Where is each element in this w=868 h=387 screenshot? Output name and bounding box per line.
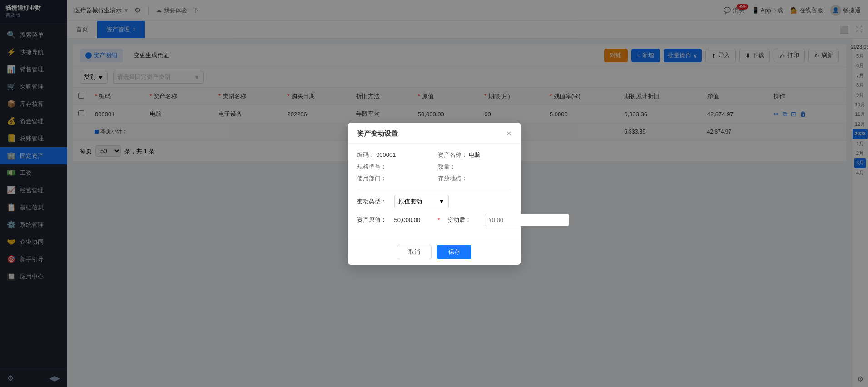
modal-quantity-item: 数量： [438, 163, 511, 171]
modal-code-value: 000001 [376, 151, 396, 158]
modal-change-type-row: 变动类型： 原值变动 ▼ [357, 195, 511, 208]
modal-change-type-select[interactable]: 原值变动 ▼ [394, 195, 449, 208]
modal-spec-label: 规格型号： [357, 163, 387, 170]
save-label: 保存 [448, 248, 460, 255]
modal-name-value: 电脑 [469, 151, 481, 158]
modal-storage-label: 存放地点： [438, 175, 467, 182]
modal-change-type-value: 原值变动 [398, 198, 422, 206]
modal-original-value-label: 资产原值： [357, 216, 389, 224]
required-mark: * [438, 217, 440, 223]
modal-body: 编码： 000001 资产名称： 电脑 规格型号： 数量： 使用部门： [348, 144, 521, 239]
modal-save-button[interactable]: 保存 [437, 245, 471, 259]
modal-select-arrow-icon: ▼ [439, 198, 445, 205]
modal-original-value-row: 资产原值： 50,000.00 * 变动后： [357, 214, 511, 226]
cancel-label: 取消 [408, 248, 420, 255]
modal-department-item: 使用部门： [357, 174, 431, 183]
modal-cancel-button[interactable]: 取消 [397, 245, 432, 259]
modal-code-item: 编码： 000001 [357, 151, 431, 159]
modal-spec-item: 规格型号： [357, 163, 431, 171]
modal-after-change-input[interactable] [485, 214, 569, 226]
modal-quantity-label: 数量： [438, 163, 456, 170]
modal-info-grid: 编码： 000001 资产名称： 电脑 规格型号： 数量： 使用部门： [357, 151, 511, 183]
modal-close-button[interactable]: × [506, 129, 511, 139]
modal-title: 资产变动设置 [357, 129, 398, 138]
modal-header: 资产变动设置 × [348, 123, 521, 144]
modal-change-type-label: 变动类型： [357, 198, 389, 206]
modal-footer: 取消 保存 [348, 239, 521, 265]
modal-name-label: 资产名称： [438, 151, 467, 158]
modal-after-change-label: 变动后： [447, 216, 479, 224]
modal-department-label: 使用部门： [357, 175, 387, 182]
asset-change-modal: 资产变动设置 × 编码： 000001 资产名称： 电脑 规格型号： 数量： [348, 123, 521, 265]
modal-divider [357, 189, 511, 189]
modal-original-value: 50,000.00 [394, 217, 431, 223]
modal-overlay: 资产变动设置 × 编码： 000001 资产名称： 电脑 规格型号： 数量： [0, 0, 868, 387]
modal-storage-item: 存放地点： [438, 174, 511, 183]
modal-code-label: 编码： [357, 151, 375, 158]
modal-name-item: 资产名称： 电脑 [438, 151, 511, 159]
